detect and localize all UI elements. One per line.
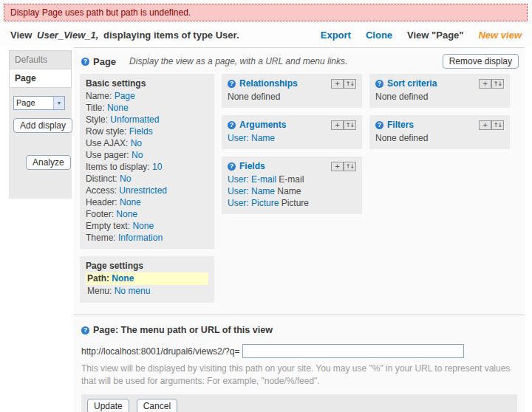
- add-field-button[interactable]: +: [331, 162, 344, 171]
- filters-title-link[interactable]: Filters: [387, 120, 479, 130]
- path-form: ?Page: The menu path or URL of this view…: [74, 315, 525, 412]
- add-filter-button[interactable]: +: [479, 120, 491, 130]
- view-page-link[interactable]: View "Page": [407, 30, 463, 41]
- add-relationship-button[interactable]: +: [331, 79, 344, 89]
- help-icon[interactable]: ?: [81, 58, 89, 66]
- sort-criteria-empty: None defined: [375, 91, 504, 103]
- rearrange-sorts-button[interactable]: ↑↓: [491, 79, 504, 89]
- setting-use-pager-value[interactable]: No: [132, 150, 143, 160]
- view-header: View User_View_1, displaying items of ty…: [0, 21, 532, 46]
- setting-use-ajax: Use AJAX: No: [86, 137, 208, 149]
- help-icon[interactable]: ?: [228, 121, 236, 129]
- relationships-title-link[interactable]: Relationships: [239, 78, 331, 89]
- update-button[interactable]: Update: [87, 399, 129, 412]
- tab-page[interactable]: Page: [9, 69, 72, 88]
- help-icon[interactable]: ?: [375, 80, 383, 88]
- relationships-head: ? Relationships + ↑↓: [228, 78, 356, 89]
- setting-row-style-value[interactable]: Fields: [129, 126, 153, 137]
- filters-buttons: + ↑↓: [479, 120, 504, 130]
- setting-use-pager: Use pager: No: [86, 149, 208, 161]
- sort-criteria-buttons: + ↑↓: [479, 79, 504, 89]
- setting-name: Name: Page: [86, 90, 208, 102]
- setting-distinct: Distinct: No: [86, 173, 208, 185]
- remove-display-button[interactable]: Remove display: [443, 54, 519, 69]
- url-prefix: http://localhost:8001/drupal6/views2/?q=: [81, 346, 239, 357]
- setting-footer-value[interactable]: None: [116, 209, 137, 219]
- sort-criteria-box: ? Sort criteria + ↑↓ None defined: [369, 74, 510, 108]
- setting-empty-text-value[interactable]: None: [132, 221, 154, 231]
- export-link[interactable]: Export: [321, 30, 351, 41]
- setting-path: Path: None: [86, 272, 208, 285]
- setting-theme-value[interactable]: Information: [118, 233, 163, 243]
- path-form-title: ?Page: The menu path or URL of this view: [81, 325, 517, 335]
- argument-user-name-link[interactable]: User: Name: [228, 133, 275, 143]
- fields-title-link[interactable]: Fields: [239, 161, 331, 171]
- help-icon[interactable]: ?: [375, 121, 383, 129]
- rearrange-fields-button[interactable]: ↑↓: [344, 162, 356, 171]
- path-input[interactable]: [242, 344, 464, 358]
- sort-criteria-title-link[interactable]: Sort criteria: [387, 78, 479, 89]
- form-actions: Update Cancel: [81, 394, 517, 412]
- url-row: http://localhost:8001/drupal6/views2/?q=: [81, 344, 517, 358]
- display-description: Display the view as a page, with a URL a…: [129, 56, 443, 66]
- setting-menu: Menu: No menu: [86, 285, 208, 298]
- page-settings-title: Page settings: [86, 261, 208, 271]
- setting-access: Access: Unrestricted: [86, 185, 208, 196]
- setting-path-value[interactable]: None: [112, 273, 134, 284]
- chevron-down-icon: ▼: [53, 97, 64, 109]
- display-type-select-value: Page: [14, 97, 53, 109]
- sort-criteria-head: ? Sort criteria + ↑↓: [375, 78, 504, 89]
- relationships-box: ? Relationships + ↑↓ None defined: [222, 74, 362, 108]
- view-title-prefix: View: [10, 30, 32, 41]
- column-basic-settings: Basic settings Name: Page Title: None St…: [80, 74, 214, 310]
- setting-name-value[interactable]: Page: [115, 91, 135, 101]
- view-title-suffix: displaying items of type User.: [103, 30, 239, 41]
- arguments-title-link[interactable]: Arguments: [239, 120, 331, 130]
- rearrange-arguments-button[interactable]: ↑↓: [344, 120, 356, 130]
- field-item-picture: User: Picture Picture: [228, 197, 356, 209]
- setting-title: Title: None: [86, 102, 208, 114]
- setting-menu-value[interactable]: No menu: [115, 286, 151, 296]
- header-links: Export Clone View "Page" New view: [321, 30, 522, 41]
- page-settings-box: Page settings Path: None Menu: No menu: [80, 256, 214, 303]
- display-title: Page: [93, 56, 116, 67]
- field-name-link[interactable]: User: Name: [228, 186, 275, 196]
- arguments-box: ? Arguments + ↑↓ User: Name: [222, 115, 362, 149]
- display-type-select[interactable]: Page ▼: [13, 96, 65, 110]
- rearrange-relationships-button[interactable]: ↑↓: [344, 79, 356, 89]
- setting-style-value[interactable]: Unformatted: [110, 114, 159, 125]
- clone-link[interactable]: Clone: [366, 30, 392, 41]
- help-icon[interactable]: ?: [81, 326, 89, 334]
- column-middle: ? Relationships + ↑↓ None defined ? Argu…: [222, 74, 362, 222]
- help-icon[interactable]: ?: [228, 162, 236, 171]
- tab-defaults[interactable]: Defaults: [9, 50, 72, 69]
- setting-header: Header: None: [86, 196, 208, 208]
- help-icon[interactable]: ?: [228, 80, 236, 88]
- setting-items-to-display-value[interactable]: 10: [152, 162, 162, 172]
- filters-empty: None defined: [375, 132, 504, 144]
- new-view-link[interactable]: New view: [478, 30, 522, 41]
- field-email-link[interactable]: User: E-mail: [228, 174, 276, 185]
- setting-use-ajax-value[interactable]: No: [131, 138, 142, 148]
- relationships-empty: None defined: [228, 91, 356, 103]
- setting-header-value[interactable]: None: [120, 197, 141, 207]
- display-header: ? Page Display the view as a page, with …: [74, 48, 525, 74]
- setting-distinct-value[interactable]: No: [120, 174, 131, 184]
- setting-title-value[interactable]: None: [107, 103, 129, 113]
- analyze-button[interactable]: Analyze: [26, 155, 71, 170]
- field-picture-link[interactable]: User: Picture: [228, 198, 279, 208]
- add-display-button[interactable]: Add display: [13, 118, 72, 133]
- setting-items-to-display: Items to display: 10: [86, 161, 208, 173]
- arguments-head: ? Arguments + ↑↓: [228, 120, 356, 130]
- relationships-buttons: + ↑↓: [331, 79, 356, 89]
- add-argument-button[interactable]: +: [331, 120, 344, 130]
- field-item-name: User: Name Name: [228, 185, 356, 197]
- views-edit-region: Defaults Page Page ▼ Add display Analyze…: [9, 47, 525, 412]
- fields-head: ? Fields + ↑↓: [228, 161, 356, 171]
- rearrange-filters-button[interactable]: ↑↓: [491, 120, 504, 130]
- add-sort-button[interactable]: +: [479, 79, 491, 89]
- cancel-button[interactable]: Cancel: [137, 399, 177, 412]
- setting-access-value[interactable]: Unrestricted: [119, 185, 167, 196]
- setting-theme: Theme: Information: [86, 232, 208, 244]
- basic-settings-title: Basic settings: [86, 78, 208, 89]
